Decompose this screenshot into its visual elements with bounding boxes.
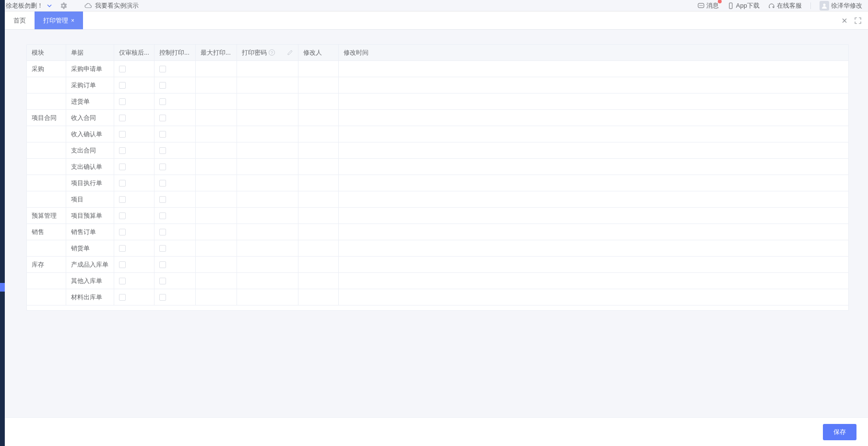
online-service-label: 在线客服 (777, 1, 802, 10)
audit-checkbox[interactable] (119, 278, 126, 284)
control-checkbox[interactable] (159, 278, 166, 284)
user-menu[interactable]: 徐泽华修改 (820, 1, 862, 11)
cell-password[interactable] (237, 208, 298, 223)
help-icon[interactable]: ? (269, 49, 275, 56)
company-dropdown[interactable]: 徐老板勿删！ (6, 1, 52, 10)
save-button[interactable]: 保存 (823, 424, 856, 440)
control-checkbox[interactable] (159, 180, 166, 187)
cell-max[interactable] (196, 126, 237, 142)
audit-checkbox[interactable] (119, 294, 126, 301)
cell-max[interactable] (196, 191, 237, 207)
audit-checkbox[interactable] (119, 245, 126, 252)
online-service-link[interactable]: 在线客服 (768, 1, 802, 10)
cell-max[interactable] (196, 224, 237, 240)
audit-checkbox[interactable] (119, 196, 126, 203)
cell-module (27, 191, 66, 207)
audit-checkbox[interactable] (119, 115, 126, 121)
audit-checkbox[interactable] (119, 180, 126, 187)
audit-checkbox[interactable] (119, 229, 126, 235)
cell-control (155, 191, 196, 207)
cell-modifier (298, 175, 339, 191)
close-all-icon[interactable] (841, 17, 848, 24)
cell-max[interactable] (196, 77, 237, 93)
tab-bar: 首页 打印管理 × (0, 12, 868, 30)
control-checkbox[interactable] (159, 294, 166, 301)
cell-password[interactable] (237, 77, 298, 93)
cell-module (27, 142, 66, 158)
cell-password[interactable] (237, 240, 298, 256)
audit-checkbox[interactable] (119, 212, 126, 219)
message-icon (698, 2, 704, 9)
cell-password[interactable] (237, 224, 298, 240)
cell-password[interactable] (237, 126, 298, 142)
cell-max[interactable] (196, 175, 237, 191)
table-row: 采购采购申请单 (27, 61, 848, 77)
cell-control (155, 77, 196, 93)
cell-modifier (298, 273, 339, 289)
cell-max[interactable] (196, 289, 237, 305)
control-checkbox[interactable] (159, 98, 166, 105)
cell-document: 材料出库单 (66, 289, 114, 305)
cell-password[interactable] (237, 94, 298, 109)
edit-icon[interactable] (287, 49, 293, 56)
cell-modifier (298, 257, 339, 272)
control-checkbox[interactable] (159, 261, 166, 268)
audit-checkbox[interactable] (119, 66, 126, 72)
tab-print-management[interactable]: 打印管理 × (35, 12, 83, 29)
cell-password[interactable] (237, 191, 298, 207)
cell-max[interactable] (196, 273, 237, 289)
control-checkbox[interactable] (159, 164, 166, 170)
close-icon[interactable]: × (71, 18, 74, 23)
cell-control (155, 289, 196, 305)
fullscreen-icon[interactable] (855, 17, 861, 24)
cell-time (339, 77, 848, 93)
cell-max[interactable] (196, 257, 237, 272)
cell-password[interactable] (237, 142, 298, 158)
cell-time (339, 175, 848, 191)
cell-max[interactable] (196, 110, 237, 126)
cell-password[interactable] (237, 61, 298, 77)
cell-control (155, 240, 196, 256)
cell-max[interactable] (196, 142, 237, 158)
messages-link[interactable]: 消息 (698, 1, 719, 10)
app-download-link[interactable]: App下载 (727, 1, 760, 10)
audit-checkbox[interactable] (119, 131, 126, 138)
control-checkbox[interactable] (159, 82, 166, 89)
audit-checkbox[interactable] (119, 164, 126, 170)
cell-max[interactable] (196, 240, 237, 256)
cell-password[interactable] (237, 110, 298, 126)
col-max-print: 最大打印... (196, 45, 237, 60)
cell-modifier (298, 208, 339, 223)
demo-link[interactable]: 我要看实例演示 (84, 1, 139, 10)
control-checkbox[interactable] (159, 115, 166, 121)
audit-checkbox[interactable] (119, 147, 126, 154)
control-checkbox[interactable] (159, 147, 166, 154)
cell-max[interactable] (196, 61, 237, 77)
cell-time (339, 61, 848, 77)
cell-password[interactable] (237, 273, 298, 289)
audit-checkbox[interactable] (119, 82, 126, 89)
control-checkbox[interactable] (159, 212, 166, 219)
cell-module (27, 126, 66, 142)
control-checkbox[interactable] (159, 245, 166, 252)
cell-password[interactable] (237, 159, 298, 175)
gear-icon[interactable] (59, 2, 67, 10)
table-body: 采购采购申请单采购订单进货单项目合同收入合同收入确认单支出合同支出确认单项目执行… (27, 61, 848, 310)
cell-password[interactable] (237, 175, 298, 191)
cell-module: 采购 (27, 61, 66, 77)
control-checkbox[interactable] (159, 131, 166, 138)
table-row: 支出确认单 (27, 159, 848, 175)
tab-home[interactable]: 首页 (5, 12, 35, 29)
control-checkbox[interactable] (159, 196, 166, 203)
cell-max[interactable] (196, 159, 237, 175)
control-checkbox[interactable] (159, 66, 166, 72)
audit-checkbox[interactable] (119, 261, 126, 268)
cell-max[interactable] (196, 208, 237, 223)
tab-home-label: 首页 (13, 16, 26, 25)
chevron-down-icon (47, 4, 52, 7)
audit-checkbox[interactable] (119, 98, 126, 105)
cell-password[interactable] (237, 289, 298, 305)
control-checkbox[interactable] (159, 229, 166, 235)
cell-password[interactable] (237, 257, 298, 272)
cell-max[interactable] (196, 94, 237, 109)
